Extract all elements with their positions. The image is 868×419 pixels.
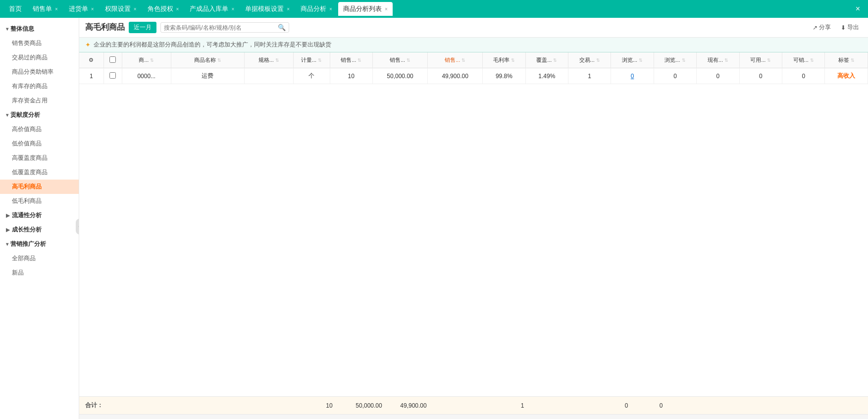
sidebar-item-high-value[interactable]: 高价值商品 — [0, 122, 79, 137]
sidebar-group-liquidity[interactable]: ▶ 流通性分析 — [0, 208, 79, 223]
data-table: ⚙ 商... ⇅ 商品名称 ⇅ — [79, 52, 868, 84]
nav-tab-product-inbound[interactable]: 产成品入库单 × — [185, 2, 239, 16]
th-sales-count[interactable]: 销售... ⇅ — [330, 52, 372, 68]
settings-icon[interactable]: ⚙ — [89, 57, 94, 63]
th-saleable-stock[interactable]: 可销... ⇅ — [782, 52, 825, 68]
export-icon: ⬇ — [841, 24, 846, 31]
sort-icon-available-stock: ⇅ — [767, 58, 771, 63]
nav-tab-role[interactable]: 角色授权 × — [143, 2, 184, 16]
export-button[interactable]: ⬇ 导出 — [838, 22, 862, 33]
cell-index: 1 — [79, 68, 103, 84]
th-available-stock[interactable]: 可用... ⇅ — [739, 52, 782, 68]
th-coverage[interactable]: 覆盖... ⇅ — [525, 52, 568, 68]
th-sales-profit[interactable]: 销售... ⇅ — [428, 52, 483, 68]
tip-text: 企业的主要的利润都是这部分商品创造的，可考虑加大推广，同时关注库存是不要出现缺货 — [94, 41, 331, 49]
nav-home[interactable]: 首页 — [4, 4, 27, 13]
sidebar-item-stocked-goods[interactable]: 有库存的商品 — [0, 79, 79, 93]
th-name[interactable]: 商品名称 ⇅ — [171, 52, 244, 68]
cell-name: 运费 — [171, 68, 244, 84]
sidebar-item-traded-goods[interactable]: 交易过的商品 — [0, 50, 79, 65]
cell-code: 0000... — [122, 68, 171, 84]
th-spec[interactable]: 规格... ⇅ — [244, 52, 293, 68]
footer-trade: 1 — [505, 402, 540, 409]
th-code[interactable]: 商... ⇅ — [122, 52, 171, 68]
table-wrapper[interactable]: ⚙ 商... ⇅ 商品名称 ⇅ — [79, 52, 868, 396]
th-view1[interactable]: 浏览... ⇅ — [611, 52, 654, 68]
cell-sales-amount: 50,000.00 — [373, 68, 428, 84]
sidebar-group-contribution[interactable]: ▾ 贡献度分析 — [0, 108, 79, 122]
close-tab-sales[interactable]: × — [55, 6, 58, 12]
footer-sales-amount: 50,000.00 — [347, 402, 391, 409]
row-checkbox[interactable] — [109, 72, 116, 79]
close-tab-goods-analysis[interactable]: × — [329, 6, 332, 12]
nav-tab-template[interactable]: 单据模板设置 × — [240, 2, 295, 16]
bottom-scrollbar[interactable] — [79, 414, 868, 419]
cell-check[interactable] — [103, 68, 122, 84]
close-tab-goods-analysis-list[interactable]: × — [385, 6, 388, 12]
arrow-marketing: ▾ — [6, 241, 8, 247]
nav-tab-purchase[interactable]: 进货单 × — [64, 2, 99, 16]
sidebar-collapse-btn[interactable]: « — [76, 219, 79, 234]
th-trade[interactable]: 交易... ⇅ — [568, 52, 611, 68]
sidebar-item-high-coverage[interactable]: 高覆盖度商品 — [0, 151, 79, 165]
nav-tab-goods-analysis[interactable]: 商品分析 × — [296, 2, 337, 16]
footer-sales-profit: 49,900.00 — [391, 402, 436, 409]
sort-icon-view2: ⇅ — [682, 58, 686, 63]
page-title: 高毛利商品 — [85, 22, 125, 33]
sort-icon-coverage: ⇅ — [553, 58, 557, 63]
sidebar-item-low-coverage[interactable]: 低覆盖度商品 — [0, 165, 79, 180]
footer-bar: 合计： 10 50,000.00 49,900.00 1 0 0 — [79, 396, 868, 414]
tag-badge: 高收入 — [837, 72, 855, 79]
sidebar-item-stock-capital[interactable]: 库存资金占用 — [0, 93, 79, 108]
window-close-button[interactable]: × — [852, 4, 864, 13]
sort-icon-view1: ⇅ — [639, 58, 643, 63]
nav-tab-permission[interactable]: 权限设置 × — [100, 2, 142, 16]
cell-available-stock: 0 — [739, 68, 782, 84]
cell-sales-profit: 49,900.00 — [428, 68, 483, 84]
th-view2[interactable]: 浏览... ⇅ — [654, 52, 696, 68]
sidebar-item-low-margin[interactable]: 低毛利商品 — [0, 194, 79, 208]
cell-spec — [244, 68, 293, 84]
th-tag[interactable]: 标签 ⇅ — [825, 52, 868, 68]
sidebar-item-high-margin[interactable]: 高毛利商品 — [0, 180, 79, 194]
sidebar-item-all-goods[interactable]: 全部商品 — [0, 251, 79, 266]
close-tab-product-inbound[interactable]: × — [231, 6, 234, 12]
sort-icon-gross-margin: ⇅ — [511, 58, 515, 63]
close-tab-role[interactable]: × — [176, 6, 179, 12]
nav-tab-goods-analysis-list[interactable]: 商品分析列表 × — [338, 2, 393, 16]
arrow-contribution: ▾ — [6, 112, 8, 118]
cell-view2: 0 — [654, 68, 696, 84]
sidebar-item-new-goods[interactable]: 新品 — [0, 266, 79, 280]
sidebar-group-marketing[interactable]: ▾ 营销推广分析 — [0, 237, 79, 251]
sidebar-group-overall[interactable]: ▾ 整体信息 — [0, 22, 79, 36]
share-button[interactable]: ↗ 分享 — [810, 22, 834, 33]
sort-icon-unit: ⇅ — [318, 58, 322, 63]
arrow-growth: ▶ — [6, 227, 10, 233]
header-actions: ↗ 分享 ⬇ 导出 — [810, 22, 862, 33]
filter-recent-month-btn[interactable]: 近一月 — [129, 22, 156, 33]
th-gross-margin[interactable]: 毛利率 ⇅ — [483, 52, 525, 68]
close-tab-permission[interactable]: × — [134, 6, 137, 12]
main-layout: « ▾ 整体信息 销售类商品 交易过的商品 商品分类助销率 有库存的商品 库存资… — [0, 18, 868, 419]
cell-view1[interactable]: 0 — [611, 68, 654, 84]
sidebar-item-low-value[interactable]: 低价值商品 — [0, 137, 79, 151]
nav-tab-sales[interactable]: 销售单 × — [28, 2, 63, 16]
th-unit[interactable]: 计量... ⇅ — [293, 52, 330, 68]
sort-icon-code: ⇅ — [150, 58, 154, 63]
top-nav: 首页 销售单 × 进货单 × 权限设置 × 角色授权 × 产成品入库单 × 单据… — [0, 0, 868, 18]
sidebar-item-category-rate[interactable]: 商品分类助销率 — [0, 65, 79, 79]
search-input[interactable] — [164, 24, 278, 31]
th-check — [103, 52, 122, 68]
table-header-row: ⚙ 商... ⇅ 商品名称 ⇅ — [79, 52, 868, 68]
search-icon[interactable]: 🔍 — [278, 24, 286, 31]
sidebar-group-growth[interactable]: ▶ 成长性分析 — [0, 223, 79, 237]
select-all-checkbox[interactable] — [109, 56, 116, 63]
th-sales-amount[interactable]: 销售... ⇅ — [373, 52, 428, 68]
close-tab-template[interactable]: × — [287, 6, 290, 12]
sidebar-item-sales-goods[interactable]: 销售类商品 — [0, 36, 79, 50]
th-index: ⚙ — [79, 52, 103, 68]
cell-gross-margin: 99.8% — [483, 68, 525, 84]
th-current-stock[interactable]: 现有... ⇅ — [697, 52, 739, 68]
cell-unit: 个 — [293, 68, 330, 84]
close-tab-purchase[interactable]: × — [91, 6, 94, 12]
